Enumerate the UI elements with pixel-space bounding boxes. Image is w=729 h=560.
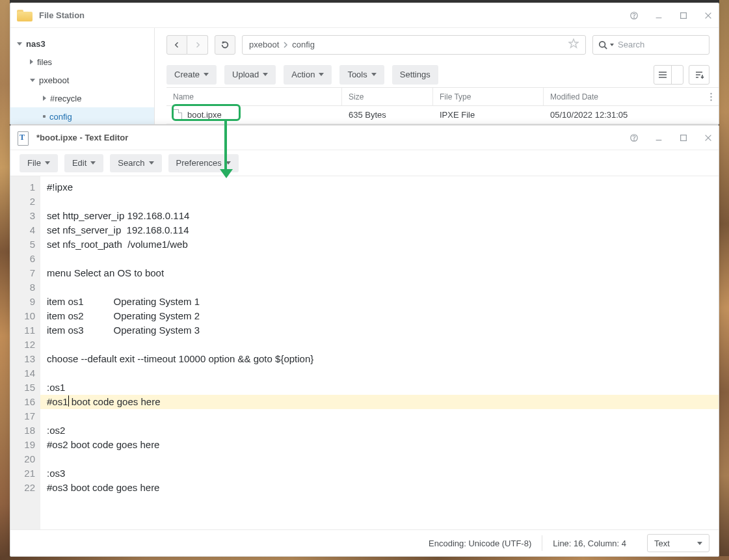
leaf-dot-icon: [43, 115, 46, 118]
filestation-titlebar[interactable]: File Station: [10, 3, 719, 28]
svg-rect-3: [681, 12, 687, 18]
svg-line-8: [605, 47, 607, 49]
breadcrumb-item[interactable]: pxeboot: [249, 40, 279, 49]
tree-item-pxeboot[interactable]: pxeboot: [10, 71, 154, 89]
breadcrumb[interactable]: pxeboot config: [242, 35, 586, 55]
chevron-down-icon[interactable]: [30, 79, 35, 82]
chevron-down-icon: [149, 161, 154, 165]
chevron-right-icon: [283, 42, 288, 48]
status-encoding: Encoding: Unicode (UTF-8): [418, 535, 542, 551]
menu-preferences[interactable]: Preferences: [168, 154, 239, 172]
svg-point-17: [710, 99, 711, 100]
tree-item-label: pxeboot: [39, 75, 69, 85]
sort-icon: [694, 70, 704, 80]
svg-point-19: [634, 140, 635, 140]
help-icon[interactable]: [629, 133, 639, 143]
reload-button[interactable]: [215, 35, 235, 55]
file-icon: [173, 109, 182, 120]
search-icon: [598, 40, 607, 49]
action-button[interactable]: Action: [284, 65, 332, 85]
tools-button[interactable]: Tools: [339, 65, 384, 85]
tree-root[interactable]: nas3: [10, 34, 154, 53]
list-icon: [657, 70, 668, 80]
line-gutter: 12345678910111213141516171819202122: [10, 176, 40, 529]
file-date: 05/10/2022 12:31:05: [550, 110, 628, 120]
menu-search[interactable]: Search: [110, 154, 161, 172]
file-type: IPXE File: [440, 110, 475, 120]
status-bar: Encoding: Unicode (UTF-8) Line: 16, Colu…: [10, 530, 719, 556]
file-size: 635 Bytes: [349, 110, 386, 120]
language-label: Text: [654, 539, 670, 548]
maximize-icon[interactable]: [678, 133, 689, 143]
desktop-bg-left: [0, 0, 10, 560]
chevron-down-icon: [90, 161, 96, 165]
filestation-title: File Station: [39, 10, 85, 20]
favorite-icon[interactable]: [568, 38, 579, 51]
tree-item-recycle[interactable]: #recycle: [10, 89, 154, 107]
menu-edit[interactable]: Edit: [64, 154, 103, 172]
col-type[interactable]: File Type: [433, 88, 544, 105]
search-placeholder: Search: [618, 40, 644, 49]
status-position: Line: 16, Column: 4: [542, 535, 637, 551]
chevron-down-icon: [263, 73, 268, 76]
desktop-bg-right: [719, 0, 729, 560]
btn-label: Tools: [347, 70, 367, 79]
code-content[interactable]: #!ipxeset http_server_ip 192.168.0.114se…: [40, 176, 719, 529]
svg-point-15: [710, 92, 711, 94]
btn-label: Settings: [400, 70, 431, 79]
upload-button[interactable]: Upload: [224, 65, 276, 85]
view-mode-button[interactable]: [654, 65, 683, 85]
chevron-down-icon: [204, 73, 209, 76]
create-button[interactable]: Create: [166, 65, 217, 85]
tree-item-config[interactable]: config: [10, 107, 154, 125]
folder-app-icon: [16, 8, 34, 23]
maximize-icon[interactable]: [678, 10, 689, 21]
chevron-down-icon[interactable]: [610, 44, 614, 46]
chevron-down-icon: [45, 161, 50, 165]
file-name: boot.ipxe: [187, 110, 222, 120]
svg-point-1: [634, 18, 635, 18]
menu-file[interactable]: File: [20, 154, 58, 172]
filestation-toolbar: pxeboot config Search: [166, 28, 719, 62]
editor-area[interactable]: 12345678910111213141516171819202122 #!ip…: [10, 176, 719, 530]
language-select[interactable]: Text: [647, 534, 709, 552]
chevron-down-icon: [319, 73, 324, 76]
table-row[interactable]: boot.ipxe 635 Bytes IPXE File 05/10/2022…: [166, 106, 719, 124]
minimize-icon[interactable]: [654, 133, 664, 143]
chevron-right-icon[interactable]: [30, 59, 33, 64]
texteditor-menubar: File Edit Search Preferences: [10, 150, 719, 176]
settings-button[interactable]: Settings: [392, 65, 438, 85]
col-menu-icon[interactable]: [703, 88, 719, 105]
filestation-actionbar: Create Upload Action Tools Settings: [166, 62, 719, 87]
col-date[interactable]: Modified Date: [544, 88, 703, 105]
col-name[interactable]: Name: [166, 88, 342, 105]
texteditor-window: *boot.ipxe - Text Editor File Edit Searc…: [10, 125, 719, 557]
btn-label: Upload: [232, 70, 259, 79]
nav-back-button[interactable]: [166, 35, 187, 55]
col-size[interactable]: Size: [342, 88, 433, 105]
chevron-down-icon[interactable]: [17, 42, 22, 46]
breadcrumb-item[interactable]: config: [292, 40, 315, 49]
tree-item-label: #recycle: [50, 94, 81, 103]
texteditor-title: *boot.ipxe - Text Editor: [36, 133, 128, 142]
table-header: Name Size File Type Modified Date: [166, 87, 719, 105]
help-icon[interactable]: [629, 10, 639, 21]
texteditor-titlebar[interactable]: *boot.ipxe - Text Editor: [10, 126, 719, 150]
btn-label: Create: [174, 70, 200, 79]
tree-item-label: files: [37, 57, 52, 67]
svg-rect-21: [681, 135, 687, 140]
tree-item-label: config: [49, 112, 72, 122]
close-icon[interactable]: [703, 10, 713, 21]
nav-forward-button[interactable]: [187, 35, 208, 55]
tree-item-files[interactable]: files: [10, 53, 154, 71]
tree-root-label: nas3: [26, 39, 46, 49]
sort-button[interactable]: [689, 65, 709, 85]
chevron-right-icon[interactable]: [43, 96, 46, 101]
close-icon[interactable]: [703, 133, 713, 143]
svg-point-16: [710, 96, 711, 97]
search-input[interactable]: Search: [592, 35, 709, 55]
minimize-icon[interactable]: [654, 10, 664, 21]
btn-label: Action: [291, 70, 315, 79]
filestation-window: File Station nas3 files pxeboot #recycle: [10, 3, 719, 125]
filestation-sidebar: nas3 files pxeboot #recycle config: [10, 28, 155, 124]
